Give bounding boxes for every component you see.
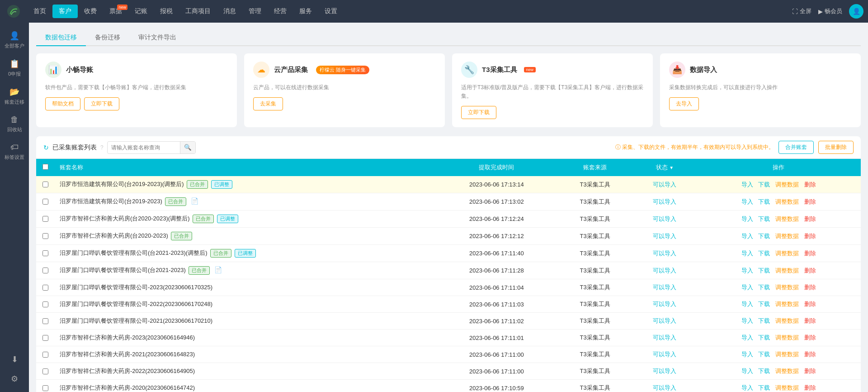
download-btn[interactable]: 下载 — [758, 367, 770, 375]
nav-bookkeeping[interactable]: 记账 — [128, 5, 154, 18]
adjust-btn[interactable]: 调整数据 — [775, 334, 799, 342]
delete-btn[interactable]: 删除 — [804, 283, 816, 292]
delete-btn[interactable]: 删除 — [804, 249, 816, 258]
import-go-btn[interactable]: 去导入 — [669, 97, 699, 110]
refresh-icon[interactable]: ↻ — [43, 144, 49, 151]
nav-manage[interactable]: 管理 — [242, 5, 268, 18]
import-btn[interactable]: 导入 — [741, 232, 753, 240]
delete-btn[interactable]: 删除 — [804, 181, 816, 189]
import-btn[interactable]: 导入 — [741, 317, 753, 325]
sidebar-item-all-customers[interactable]: 👤 全部客户 — [2, 27, 27, 53]
sidebar-item-recycle[interactable]: 🗑 回收站 — [2, 111, 27, 137]
adjust-btn[interactable]: 调整数据 — [775, 215, 799, 223]
delete-btn[interactable]: 删除 — [804, 198, 816, 206]
adjust-btn[interactable]: 调整数据 — [775, 249, 799, 258]
adjust-btn[interactable]: 调整数据 — [775, 367, 799, 375]
row-checkbox[interactable] — [42, 301, 48, 307]
select-all-checkbox[interactable] — [42, 164, 48, 170]
adjust-btn[interactable]: 调整数据 — [775, 384, 799, 392]
batch-delete-btn[interactable]: 批量删除 — [818, 141, 854, 154]
delete-btn[interactable]: 删除 — [804, 267, 816, 275]
delete-btn[interactable]: 删除 — [804, 350, 816, 359]
nav-home[interactable]: 首页 — [27, 5, 52, 18]
nav-business[interactable]: 工商项目 — [179, 5, 217, 18]
import-btn[interactable]: 导入 — [741, 384, 753, 392]
row-checkbox[interactable] — [42, 368, 48, 374]
import-btn[interactable]: 导入 — [741, 249, 753, 258]
row-checkbox[interactable] — [42, 385, 48, 391]
row-checkbox[interactable] — [42, 233, 48, 239]
download-btn[interactable]: 下载 — [758, 283, 770, 292]
fullscreen-button[interactable]: ⛶ 全屏 — [792, 7, 811, 15]
nav-settings[interactable]: 设置 — [318, 5, 344, 18]
xiaochang-download-btn[interactable]: 立即下载 — [84, 97, 119, 110]
download-btn[interactable]: 下载 — [758, 215, 770, 223]
delete-btn[interactable]: 删除 — [804, 300, 816, 308]
search-button[interactable]: 🔍 — [180, 142, 195, 153]
sidebar-item-tag-settings[interactable]: 🏷 标签设置 — [2, 139, 27, 164]
adjust-btn[interactable]: 调整数据 — [775, 198, 799, 206]
delete-btn[interactable]: 删除 — [804, 232, 816, 240]
row-checkbox[interactable] — [42, 335, 48, 341]
adjust-btn[interactable]: 调整数据 — [775, 181, 799, 189]
search-input[interactable] — [108, 144, 180, 151]
download-btn[interactable]: 下载 — [758, 384, 770, 392]
adjust-btn[interactable]: 调整数据 — [775, 317, 799, 325]
row-checkbox[interactable] — [42, 250, 48, 256]
search-box[interactable]: 🔍 — [107, 141, 196, 154]
sidebar-item-account-migration[interactable]: 📂 账套迁移 — [2, 83, 27, 109]
adjust-btn[interactable]: 调整数据 — [775, 232, 799, 240]
download-btn[interactable]: 下载 — [758, 198, 770, 206]
row-checkbox[interactable] — [42, 268, 48, 273]
import-btn[interactable]: 导入 — [741, 267, 753, 275]
import-btn[interactable]: 导入 — [741, 198, 753, 206]
adjust-btn[interactable]: 调整数据 — [775, 283, 799, 292]
download-btn[interactable]: 下载 — [758, 334, 770, 342]
adjust-btn[interactable]: 调整数据 — [775, 350, 799, 359]
import-btn[interactable]: 导入 — [741, 350, 753, 359]
member-button[interactable]: ▶ 畅会员 — [818, 7, 842, 15]
row-checkbox[interactable] — [42, 182, 48, 187]
download-btn[interactable]: 下载 — [758, 249, 770, 258]
nav-service[interactable]: 服务 — [293, 5, 318, 18]
t3-download-btn[interactable]: 立即下载 — [461, 106, 496, 119]
download-btn[interactable]: 下载 — [758, 267, 770, 275]
adjust-btn[interactable]: 调整数据 — [775, 300, 799, 308]
sidebar-item-settings[interactable]: ⚙ — [2, 370, 27, 387]
delete-btn[interactable]: 删除 — [804, 317, 816, 325]
sidebar-item-zero-report[interactable]: 📋 0申报 — [2, 55, 27, 81]
sidebar-item-download[interactable]: ⬇ — [2, 351, 27, 368]
row-checkbox[interactable] — [42, 199, 48, 205]
import-btn[interactable]: 导入 — [741, 300, 753, 308]
delete-btn[interactable]: 删除 — [804, 384, 816, 392]
import-btn[interactable]: 导入 — [741, 367, 753, 375]
delete-btn[interactable]: 删除 — [804, 215, 816, 223]
delete-btn[interactable]: 删除 — [804, 334, 816, 342]
nav-customer[interactable]: 客户 — [52, 5, 78, 18]
tab-audit-export[interactable]: 审计文件导出 — [129, 30, 185, 46]
download-btn[interactable]: 下载 — [758, 350, 770, 359]
download-btn[interactable]: 下载 — [758, 317, 770, 325]
user-avatar[interactable]: 👤 — [849, 4, 863, 19]
row-checkbox[interactable] — [42, 216, 48, 222]
cloud-collect-btn[interactable]: 去采集 — [253, 97, 283, 110]
download-btn[interactable]: 下载 — [758, 181, 770, 189]
nav-invoice[interactable]: 票据 new — [103, 5, 128, 18]
download-btn[interactable]: 下载 — [758, 300, 770, 308]
nav-tax[interactable]: 报税 — [154, 5, 179, 18]
tab-backup-migration[interactable]: 备份迁移 — [86, 30, 129, 46]
xiaochang-help-btn[interactable]: 帮助文档 — [45, 97, 80, 110]
adjust-btn[interactable]: 调整数据 — [775, 267, 799, 275]
download-btn[interactable]: 下载 — [758, 232, 770, 240]
import-btn[interactable]: 导入 — [741, 181, 753, 189]
merge-account-btn[interactable]: 合并账套 — [778, 141, 814, 154]
import-btn[interactable]: 导入 — [741, 283, 753, 292]
row-checkbox[interactable] — [42, 285, 48, 291]
row-checkbox[interactable] — [42, 352, 48, 358]
delete-btn[interactable]: 删除 — [804, 367, 816, 375]
import-btn[interactable]: 导入 — [741, 215, 753, 223]
nav-message[interactable]: 消息 — [217, 5, 242, 18]
tab-data-migration[interactable]: 数据包迁移 — [36, 30, 86, 46]
nav-operation[interactable]: 经营 — [268, 5, 293, 18]
nav-fee[interactable]: 收费 — [78, 5, 103, 18]
